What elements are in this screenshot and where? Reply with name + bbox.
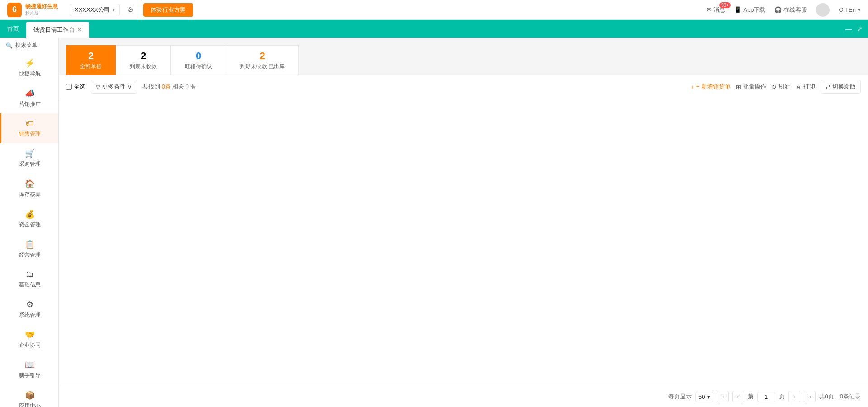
company-dropdown-icon: ▾ bbox=[113, 7, 115, 12]
filter-button[interactable]: ▽ 更多条件 ∨ bbox=[91, 80, 137, 94]
per-page-select[interactable]: 50 ▾ bbox=[695, 392, 713, 402]
per-page-arrow-icon: ▾ bbox=[707, 393, 710, 400]
switch-icon: ⇄ bbox=[826, 84, 830, 90]
logo-icon: 6 bbox=[7, 3, 22, 17]
user-dropdown-icon: ▾ bbox=[858, 6, 861, 13]
stat-tab-shipped[interactable]: 2 到期未收款 已出库 bbox=[226, 45, 299, 75]
refresh-label: 刷新 bbox=[778, 83, 790, 91]
toolbar: 全选 ▽ 更多条件 ∨ 共找到 0条 相关单据 + + 新增销货单 bbox=[59, 75, 868, 98]
company-name: XXXXXX公司 bbox=[75, 6, 110, 14]
next-page-button[interactable]: › bbox=[788, 391, 800, 402]
stat-label-all: 全部单据 bbox=[80, 63, 102, 70]
prev-page-button[interactable]: ‹ bbox=[732, 391, 744, 402]
first-page-button[interactable]: « bbox=[717, 391, 729, 402]
header-right: ✉ 消息 99+ 📱 App下载 🎧 在线客服 OfTEn ▾ bbox=[707, 3, 861, 17]
purchase-icon: 🛒 bbox=[25, 149, 35, 159]
select-all-input[interactable] bbox=[66, 84, 72, 90]
filter-label: 更多条件 bbox=[102, 83, 126, 91]
sidebar-item-inventory[interactable]: 🏠 库存核算 bbox=[0, 173, 58, 204]
add-sale-button[interactable]: + + 新增销货单 bbox=[691, 83, 731, 91]
stat-count-all: 2 bbox=[88, 50, 94, 62]
enterprise-icon: 🤝 bbox=[25, 330, 35, 340]
finance-icon: 💰 bbox=[25, 209, 35, 219]
first-page-icon: « bbox=[721, 393, 724, 400]
print-button[interactable]: 🖨 打印 bbox=[796, 83, 815, 91]
page-prefix: 第 bbox=[748, 393, 754, 401]
filter-icon: ▽ bbox=[96, 84, 100, 90]
main-layout: 🔍 搜索菜单 ⚡ 快捷导航 📣 营销推广 🏷 销售管理 🛒 采购管理 🏠 库存核… bbox=[0, 38, 868, 407]
sidebar-item-search[interactable]: 🔍 搜索菜单 bbox=[0, 38, 58, 53]
batch-icon: ⊞ bbox=[736, 84, 741, 90]
logo-area: 6 畅捷通好生意 标准版 bbox=[7, 3, 66, 17]
message-button[interactable]: ✉ 消息 99+ bbox=[707, 6, 725, 14]
tab-workspace[interactable]: 钱货日清工作台 ✕ bbox=[26, 22, 89, 38]
logo-sub-text: 标准版 bbox=[25, 10, 58, 16]
sidebar-enterprise-label: 企业协同 bbox=[19, 342, 41, 349]
next-page-icon: › bbox=[793, 393, 795, 400]
sidebar-search-label: 搜索菜单 bbox=[15, 42, 37, 49]
marketing-icon: 📣 bbox=[25, 89, 35, 98]
toolbar-right: + + 新增销货单 ⊞ 批量操作 ↻ 刷新 🖨 打印 bbox=[691, 80, 861, 94]
sidebar-item-app-center[interactable]: 📦 应用中心 bbox=[0, 385, 58, 407]
stat-tab-overdue[interactable]: 2 到期未收款 bbox=[116, 45, 171, 75]
select-all-label: 全选 bbox=[74, 83, 85, 91]
trial-button[interactable]: 体验行业方案 bbox=[143, 3, 193, 17]
stat-count-overdue: 2 bbox=[141, 50, 146, 62]
filter-chevron-icon: ∨ bbox=[127, 84, 132, 90]
message-icon: ✉ bbox=[707, 6, 712, 13]
sidebar-item-system[interactable]: ⚙ 系统管理 bbox=[0, 294, 58, 324]
page-content: 2 全部单据 2 到期未收款 0 旺辅待确认 2 到期未收款 已出库 bbox=[59, 38, 868, 407]
user-name[interactable]: OfTEn ▾ bbox=[839, 6, 861, 13]
user-name-text: OfTEn bbox=[839, 6, 856, 13]
stat-label-overdue: 到期未收款 bbox=[130, 63, 157, 70]
avatar[interactable] bbox=[816, 3, 830, 17]
per-page-value: 50 bbox=[698, 393, 705, 400]
sidebar-item-quicknav[interactable]: ⚡ 快捷导航 bbox=[0, 53, 58, 83]
refresh-button[interactable]: ↻ 刷新 bbox=[772, 83, 790, 91]
page-number-input[interactable] bbox=[757, 392, 775, 402]
table-area bbox=[59, 98, 868, 386]
sidebar-item-purchase[interactable]: 🛒 采购管理 bbox=[0, 143, 58, 173]
switch-label: 切换新版 bbox=[832, 83, 856, 91]
app-label: App下载 bbox=[743, 6, 765, 14]
stat-tab-all[interactable]: 2 全部单据 bbox=[66, 45, 116, 75]
switch-version-button[interactable]: ⇄ 切换新版 bbox=[821, 80, 861, 94]
found-prefix: 共找到 bbox=[142, 83, 160, 90]
tab-expand-icon[interactable]: ⤢ bbox=[855, 23, 864, 34]
tab-home[interactable]: 首页 bbox=[0, 20, 26, 38]
batch-operation-button[interactable]: ⊞ 批量操作 bbox=[736, 83, 766, 91]
sidebar-item-enterprise[interactable]: 🤝 企业协同 bbox=[0, 324, 58, 355]
service-icon: 🎧 bbox=[774, 6, 782, 13]
tab-bar-actions: — ⤢ bbox=[844, 23, 868, 34]
company-selector[interactable]: XXXXXX公司 ▾ bbox=[70, 4, 120, 16]
found-count: 0条 bbox=[162, 83, 171, 90]
search-icon: 🔍 bbox=[6, 42, 13, 49]
guide-icon: 📖 bbox=[25, 360, 35, 370]
stat-tab-pending[interactable]: 0 旺辅待确认 bbox=[171, 45, 226, 75]
sidebar-item-marketing[interactable]: 📣 营销推广 bbox=[0, 83, 58, 113]
operations-icon: 📋 bbox=[25, 239, 35, 249]
sidebar-item-sales[interactable]: 🏷 销售管理 bbox=[0, 113, 58, 143]
sidebar-finance-label: 资金管理 bbox=[19, 221, 41, 229]
sidebar-appcenter-label: 应用中心 bbox=[19, 402, 41, 407]
stat-count-shipped: 2 bbox=[260, 50, 265, 62]
tab-minimize-icon[interactable]: — bbox=[844, 23, 854, 34]
sidebar-item-operations[interactable]: 📋 经营管理 bbox=[0, 234, 58, 264]
tab-workspace-label: 钱货日清工作台 bbox=[33, 26, 75, 34]
sidebar-purchase-label: 采购管理 bbox=[19, 160, 41, 168]
last-page-button[interactable]: » bbox=[804, 391, 816, 402]
sidebar-item-finance[interactable]: 💰 资金管理 bbox=[0, 204, 58, 234]
sidebar-guide-label: 新手引导 bbox=[19, 372, 41, 379]
select-all-checkbox[interactable]: 全选 bbox=[66, 83, 85, 91]
refresh-icon: ↻ bbox=[772, 84, 777, 90]
sidebar-quicknav-label: 快捷导航 bbox=[19, 70, 41, 78]
sidebar-item-guide[interactable]: 📖 新手引导 bbox=[0, 355, 58, 385]
online-service-button[interactable]: 🎧 在线客服 bbox=[774, 6, 807, 14]
sidebar-item-basic-info[interactable]: 🗂 基础信息 bbox=[0, 264, 58, 294]
sidebar-operations-label: 经营管理 bbox=[19, 251, 41, 259]
last-page-icon: » bbox=[808, 393, 811, 400]
app-download-button[interactable]: 📱 App下载 bbox=[734, 6, 765, 14]
settings-button[interactable]: ⚙ bbox=[123, 3, 138, 17]
tab-close-icon[interactable]: ✕ bbox=[77, 27, 82, 33]
tab-home-label: 首页 bbox=[7, 25, 19, 33]
